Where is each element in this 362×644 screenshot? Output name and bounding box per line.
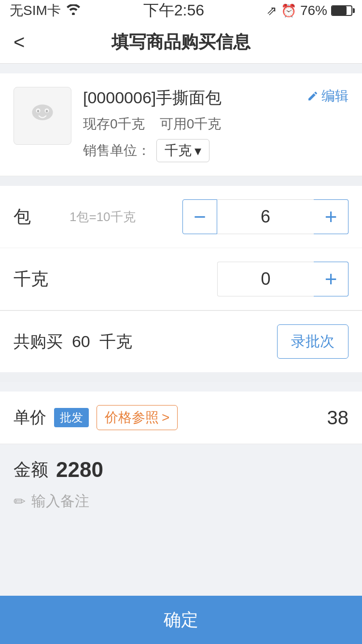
page-title: 填写商品购买信息 [111,30,251,54]
status-left: 无SIM卡 [10,1,81,20]
confirm-button-label: 确定 [164,608,198,632]
product-info: [0000006]手撕面包 编辑 现存0千克 可用0千克 销售单位： 千克 ▾ [83,87,348,162]
wifi-icon [66,3,81,18]
carrier-text: 无SIM卡 [10,1,61,20]
remark-row[interactable]: ✏ 输入备注 [14,491,348,511]
product-name-row: [0000006]手撕面包 编辑 [83,87,348,109]
status-right: ⇗ ⏰ 76% [266,3,352,18]
back-button[interactable]: < [14,31,25,53]
amount-label: 金额 [14,458,48,482]
unit-select[interactable]: 千克 ▾ [156,139,209,162]
svg-point-3 [37,110,40,112]
bao-input-row: 包 1包=10千克 − + [0,186,362,248]
product-full-name: [0000006]手撕面包 [83,87,222,109]
bao-sublabel: 1包=10千克 [70,209,182,225]
amount-section: 金额 2280 ✏ 输入备注 [0,444,362,521]
status-time: 下午2:56 [143,0,204,21]
nav-bar: < 填写商品购买信息 [0,21,362,64]
remark-text: 输入备注 [31,491,89,511]
bao-minus-button[interactable]: − [182,199,217,234]
chevron-right-icon: > [162,410,169,425]
dropdown-icon: ▾ [195,143,201,159]
price-row: 单价 批发 价格参照 > 38 [14,405,348,430]
input-section: 包 1包=10千克 − + 千克 + [0,186,362,310]
kg-input-controls: + [217,262,348,296]
section-separator-2 [0,372,362,382]
section-separator-1 [0,176,362,186]
bao-value-input[interactable] [217,199,314,234]
batch-button[interactable]: 录批次 [277,324,348,359]
kg-input-row: 千克 + [0,248,362,310]
product-stock: 现存0千克 可用0千克 [83,115,348,133]
price-ref-button[interactable]: 价格参照 > [97,405,178,430]
total-quantity: 60 [72,332,90,350]
bao-plus-button[interactable]: + [314,199,348,234]
edit-label: 编辑 [321,87,348,105]
svg-point-4 [46,110,48,112]
amount-row: 金额 2280 [14,458,348,482]
price-label: 单价 [14,406,46,429]
alarm-icon: ⏰ [281,3,296,18]
kg-plus-button[interactable]: + [314,262,348,296]
product-unit-row: 销售单位： 千克 ▾ [83,139,348,162]
total-row: 共购买 60 千克 录批次 [0,310,362,372]
edit-button[interactable]: 编辑 [307,87,348,105]
confirm-section[interactable]: 确定 [0,596,362,644]
kg-value-input[interactable] [217,262,314,296]
bao-input-controls: − + [182,199,348,234]
location-icon: ⇗ [266,3,277,18]
total-text: 共购买 60 千克 [14,331,132,353]
pifa-badge: 批发 [54,408,89,427]
pencil-icon: ✏ [14,493,26,510]
price-value: 38 [327,407,349,429]
product-image [14,87,71,145]
battery-percentage: 76% [300,3,327,18]
battery-icon [331,5,352,16]
status-bar: 无SIM卡 下午2:56 ⇗ ⏰ 76% [0,0,362,21]
price-section: 单价 批发 价格参照 > 38 [0,392,362,444]
amount-value: 2280 [56,458,103,482]
product-logo-icon [25,98,60,133]
product-card: [0000006]手撕面包 编辑 现存0千克 可用0千克 销售单位： 千克 ▾ [0,73,362,176]
bao-label: 包 [14,205,62,229]
kg-label: 千克 [14,267,62,291]
